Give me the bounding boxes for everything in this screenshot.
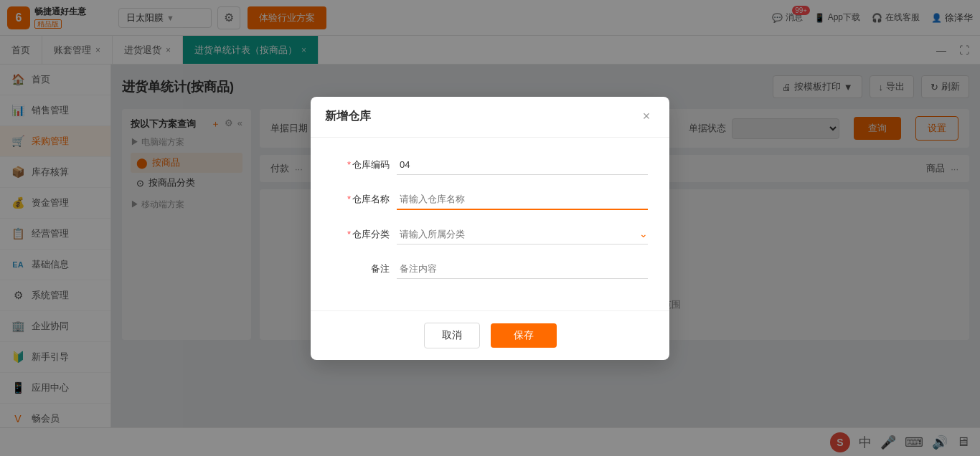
save-button[interactable]: 保存	[491, 323, 557, 348]
category-label: *仓库分类	[332, 228, 390, 241]
modal-close-button[interactable]: ×	[638, 108, 655, 125]
add-warehouse-modal: 新增仓库 × *仓库编码 *仓库名称 *仓库分类	[311, 97, 669, 360]
form-row-code: *仓库编码	[332, 155, 648, 175]
modal-body: *仓库编码 *仓库名称 *仓库分类 ⌄	[311, 138, 669, 310]
required-star-name: *	[347, 194, 351, 204]
required-star-category: *	[347, 229, 351, 239]
category-select-wrap: ⌄	[397, 224, 648, 244]
modal-overlay: 新增仓库 × *仓库编码 *仓库名称 *仓库分类	[0, 0, 980, 456]
category-input[interactable]	[397, 224, 639, 244]
modal-title: 新增仓库	[325, 109, 371, 124]
note-input[interactable]	[397, 259, 648, 279]
modal-header: 新增仓库 ×	[311, 97, 669, 138]
category-dropdown-icon[interactable]: ⌄	[639, 228, 648, 239]
form-row-name: *仓库名称	[332, 189, 648, 210]
name-label: *仓库名称	[332, 193, 390, 206]
code-label: *仓库编码	[332, 158, 390, 171]
required-star-code: *	[347, 159, 351, 170]
warehouse-code-input[interactable]	[397, 155, 648, 175]
form-row-category: *仓库分类 ⌄	[332, 224, 648, 244]
modal-footer: 取消 保存	[311, 310, 669, 360]
cancel-button[interactable]: 取消	[424, 323, 480, 348]
form-row-note: 备注	[332, 259, 648, 279]
warehouse-name-input[interactable]	[397, 189, 648, 210]
note-label: 备注	[332, 262, 390, 275]
